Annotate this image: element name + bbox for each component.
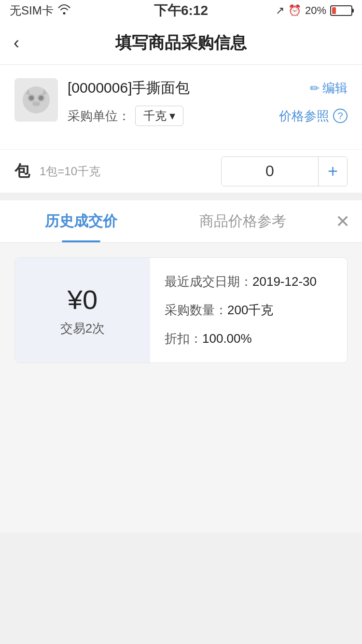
price-ref-button[interactable]: 价格参照 ? <box>279 108 348 125</box>
unit-label: 采购单位： 千克 ▾ <box>68 106 183 126</box>
quantity-plus-button[interactable]: + <box>318 157 347 186</box>
page-title: 填写商品采购信息 <box>115 32 247 54</box>
status-bar: 无SIM卡 下午6:12 ↗ ⏰ 20% <box>0 0 362 21</box>
discount-value: 100.00% <box>202 331 252 346</box>
quantity-unit-label: 包 <box>14 161 30 182</box>
location-icon: ↗ <box>276 4 284 17</box>
tab-product-price-ref[interactable]: 商品价格参考 <box>162 200 323 242</box>
quantity-input[interactable] <box>222 157 318 186</box>
purchase-qty-value: 200千克 <box>227 303 273 317</box>
quantity-input-container: + <box>221 156 348 186</box>
history-section: ¥0 交易2次 最近成交日期：2019-12-30 采购数量：200千克 折扣：… <box>0 243 362 532</box>
back-button[interactable]: ‹ <box>14 33 19 53</box>
alarm-icon: ⏰ <box>288 4 301 17</box>
edit-icon: ✏ <box>310 82 320 95</box>
svg-point-5 <box>32 101 40 106</box>
nav-bar: ‹ 填写商品采购信息 <box>0 21 362 65</box>
card-left-price: ¥0 交易2次 <box>15 258 150 363</box>
product-name: [0000006]手撕面包 <box>68 78 190 98</box>
status-time: 下午6:12 <box>154 1 208 20</box>
tab-price-ref-label: 商品价格参考 <box>199 211 286 231</box>
battery-percent: 20% <box>305 4 326 17</box>
tab-history-label: 历史成交价 <box>45 211 117 231</box>
product-info: [0000006]手撕面包 ✏ 编辑 采购单位： 千克 ▾ 价格参照 <box>68 78 348 126</box>
quantity-row: 包 1包=10千克 + <box>0 149 362 193</box>
tab-close-button[interactable]: ✕ <box>323 211 362 232</box>
product-thumbnail <box>14 78 58 122</box>
status-right: ↗ ⏰ 20% <box>276 4 352 17</box>
recent-date-value: 2019-12-30 <box>252 274 317 289</box>
edit-button[interactable]: ✏ 编辑 <box>310 80 348 97</box>
product-card: [0000006]手撕面包 ✏ 编辑 采购单位： 千克 ▾ 价格参照 <box>0 65 362 149</box>
tab-history-price[interactable]: 历史成交价 <box>0 200 162 242</box>
purchase-qty-label: 采购数量： <box>165 303 227 317</box>
close-icon: ✕ <box>335 211 350 232</box>
svg-point-0 <box>23 86 50 113</box>
unit-value: 千克 <box>143 108 167 124</box>
tabs-container: 历史成交价 商品价格参考 ✕ <box>0 200 362 243</box>
quantity-equiv: 1包=10千克 <box>40 164 211 179</box>
tab-active-indicator <box>62 240 100 242</box>
price-display: ¥0 <box>68 284 97 315</box>
card-right-details: 最近成交日期：2019-12-30 采购数量：200千克 折扣：100.00% <box>150 258 347 363</box>
status-left: 无SIM卡 <box>10 3 71 18</box>
price-ref-label: 价格参照 <box>279 108 329 125</box>
trade-count: 交易2次 <box>60 320 105 337</box>
svg-point-3 <box>29 96 34 100</box>
svg-point-4 <box>39 96 43 100</box>
edit-label: 编辑 <box>322 80 348 97</box>
wifi-icon <box>57 4 71 17</box>
purchase-qty-row: 采购数量：200千克 <box>165 301 333 320</box>
help-icon: ? <box>333 109 348 123</box>
recent-date-label: 最近成交日期： <box>165 274 252 289</box>
recent-date-row: 最近成交日期：2019-12-30 <box>165 272 333 291</box>
battery-icon <box>330 5 352 16</box>
dropdown-arrow: ▾ <box>169 109 175 123</box>
discount-label: 折扣： <box>165 331 202 346</box>
unit-dropdown[interactable]: 千克 ▾ <box>135 106 183 126</box>
discount-row: 折扣：100.00% <box>165 329 333 348</box>
sim-signal: 无SIM卡 <box>10 3 54 18</box>
history-card: ¥0 交易2次 最近成交日期：2019-12-30 采购数量：200千克 折扣：… <box>14 257 348 363</box>
